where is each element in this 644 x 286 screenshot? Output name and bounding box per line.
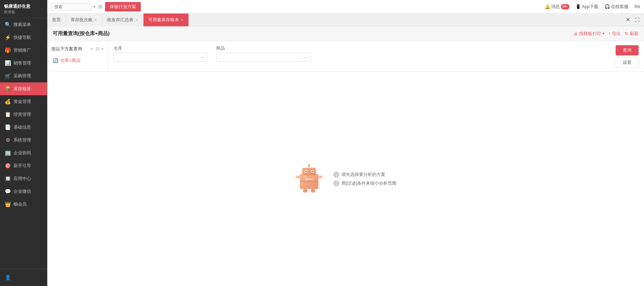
topbar: ▾ ⚙ 体验行业方案 🔔 消息 99+ 📱 App下载 🎧 在线客服 Rit (47, 0, 644, 14)
tab-receive-summary[interactable]: 收发存汇总表 × (102, 14, 143, 26)
trial-button[interactable]: 体验行业方案 (105, 2, 141, 11)
collapse-icon[interactable]: « (101, 46, 104, 52)
query-fields: 仓库 ··· 商品 ··· (108, 41, 610, 72)
svg-rect-9 (300, 181, 318, 182)
add-scheme-icon[interactable]: ＋ (89, 46, 94, 52)
topbar-online-service[interactable]: 🎧 在线客服 (604, 4, 628, 10)
main-area: ▾ ⚙ 体验行业方案 🔔 消息 99+ 📱 App下载 🎧 在线客服 Rit 首… (47, 0, 644, 286)
topbar-app-download[interactable]: 📱 App下载 (575, 4, 598, 10)
user-icon: 👤 (5, 275, 11, 281)
svg-rect-12 (296, 176, 300, 178)
search-icon: 🔍 (5, 22, 11, 28)
sidebar-item-sales[interactable]: 📊 销售管理 (0, 57, 47, 70)
settings-button[interactable]: 设置 (616, 57, 639, 68)
sidebar-item-label: 系统管理 (14, 137, 31, 143)
crown-icon: 👑 (5, 201, 11, 207)
svg-rect-11 (311, 189, 315, 192)
tab-available-ledger[interactable]: 可用量库存账本 × (144, 14, 189, 26)
tab-close-icon[interactable]: × (180, 18, 184, 22)
svg-rect-13 (318, 176, 323, 178)
scheme-item-warehouse-product[interactable]: 🔄 仓库+商品 (47, 55, 108, 66)
sidebar-item-label: 畅会员 (14, 201, 27, 207)
sidebar-menu: 🔍 搜索菜单 ⚡ 快捷导航 🎁 营销推广 📊 销售管理 🛒 采购管理 📦 库存核… (0, 18, 47, 269)
sidebar-item-label: 企业协同 (14, 150, 31, 156)
sidebar-item-inventory[interactable]: 📦 库存核算 (0, 82, 47, 95)
tip-text-1: 请先选择要分析的方案 (341, 172, 385, 178)
sidebar-item-search[interactable]: 🔍 搜索菜单 (0, 18, 47, 31)
refresh-button[interactable]: ↻ 刷新 (625, 31, 639, 37)
warehouse-dots-icon[interactable]: ··· (198, 54, 208, 60)
topbar-search-input[interactable] (51, 3, 92, 10)
print-button[interactable]: 🖨 按模板打印 ▾ (573, 31, 604, 37)
topbar-gear-icon[interactable]: ⚙ (98, 4, 102, 10)
tabs-right-actions: ✕ ⛶ (624, 16, 644, 24)
svg-rect-8 (305, 179, 313, 180)
export-icon: ↑ (609, 31, 611, 36)
empty-state: 1 请先选择要分析的方案 2 用[过滤]条件来缩小分析范围 (47, 72, 644, 286)
sidebar-item-system[interactable]: ⚙ 系统管理 (0, 134, 47, 147)
warehouse-input[interactable] (114, 53, 198, 61)
topbar-message[interactable]: 🔔 消息 99+ (545, 4, 569, 10)
sidebar-item-app-center[interactable]: 🔲 应用中心 (0, 172, 47, 185)
tab-close-icon[interactable]: × (94, 18, 97, 22)
sidebar-item-basic-info[interactable]: 📑 基础信息 (0, 121, 47, 134)
sidebar-item-label: 销售管理 (14, 60, 31, 66)
print-label: 按模板打印 (579, 31, 601, 37)
sidebar-item-member[interactable]: 👑 畅会员 (0, 198, 47, 211)
tab-close-icon[interactable]: × (135, 18, 138, 22)
message-badge: 99+ (561, 4, 569, 9)
sidebar-item-label: 营销推广 (14, 47, 31, 53)
box-icon: 📦 (5, 86, 11, 92)
product-label: 商品 (216, 45, 311, 51)
query-field-product: 商品 ··· (216, 45, 311, 62)
tab-home-label: 首页 (52, 17, 61, 23)
content-area: 可用量查询(按仓库+商品) 🖨 按模板打印 ▾ ↑ 导出 ↻ 刷新 (47, 26, 644, 286)
bell-icon: 🔔 (545, 4, 550, 9)
page-actions: 🖨 按模板打印 ▾ ↑ 导出 ↻ 刷新 (573, 31, 639, 37)
sidebar-item-enterprise[interactable]: 🏢 企业协同 (0, 147, 47, 159)
query-sidebar-title: 按以下方案查询 (51, 46, 82, 52)
chevron-down-icon[interactable]: ▾ (93, 4, 95, 9)
clipboard-icon: 📋 (5, 111, 11, 118)
warehouse-input-wrap: ··· (113, 53, 208, 62)
sidebar-item-operations[interactable]: 📋 经营管理 (0, 108, 47, 121)
chevron-down-icon: ▾ (602, 31, 604, 36)
window-close-button[interactable]: ✕ (624, 16, 632, 24)
export-button[interactable]: ↑ 导出 (609, 31, 621, 37)
svg-point-4 (305, 171, 307, 172)
tab-home[interactable]: 首页 (47, 14, 66, 26)
sidebar-bottom-item[interactable]: 👤 (0, 272, 47, 283)
svg-rect-10 (303, 189, 307, 192)
tip-text-2: 用[过滤]条件来缩小分析范围 (341, 180, 396, 186)
tab-batch-ledger[interactable]: 库存批次账 × (66, 14, 102, 26)
sidebar-item-guide[interactable]: 🎯 新手引导 (0, 159, 47, 172)
building-icon: 🏢 (5, 150, 11, 156)
svg-point-14 (303, 175, 307, 178)
window-expand-button[interactable]: ⛶ (633, 16, 641, 24)
empty-tips: 1 请先选择要分析的方案 2 用[过滤]条件来缩小分析范围 (333, 172, 396, 186)
topbar-username[interactable]: Rit (635, 4, 640, 9)
sidebar-item-label: 应用中心 (14, 176, 31, 182)
query-button[interactable]: 查询 (616, 45, 639, 55)
query-panel: 按以下方案查询 ＋ ⊙ « 🔄 仓库+商品 仓库 (47, 41, 644, 72)
sidebar-item-marketing[interactable]: 🎁 营销推广 (0, 44, 47, 57)
query-sidebar-header: 按以下方案查询 ＋ ⊙ « (47, 45, 108, 53)
sidebar-item-purchase[interactable]: 🛒 采购管理 (0, 70, 47, 82)
sidebar-item-wechat[interactable]: 💬 企业微信 (0, 185, 47, 198)
product-dots-icon[interactable]: ··· (301, 54, 310, 60)
sidebar: 畅康通好生意 标准版 🔍 搜索菜单 ⚡ 快捷导航 🎁 营销推广 📊 销售管理 🛒… (0, 0, 47, 286)
settings-scheme-icon[interactable]: ⊙ (96, 46, 100, 52)
mobile-icon: 📱 (575, 4, 581, 9)
warehouse-label: 仓库 (113, 45, 208, 51)
app-edition: 标准版 (4, 9, 43, 15)
empty-robot-icon (295, 164, 325, 194)
target-icon: 🎯 (5, 163, 11, 169)
sidebar-item-finance[interactable]: 💰 资金管理 (0, 95, 47, 108)
product-input[interactable] (216, 53, 301, 61)
export-label: 导出 (612, 31, 621, 37)
chat-icon: 💬 (5, 188, 11, 194)
page-header: 可用量查询(按仓库+商品) 🖨 按模板打印 ▾ ↑ 导出 ↻ 刷新 (47, 26, 644, 41)
svg-point-7 (308, 164, 310, 166)
sidebar-item-quick-nav[interactable]: ⚡ 快捷导航 (0, 31, 47, 44)
sidebar-item-label: 企业微信 (14, 188, 31, 194)
